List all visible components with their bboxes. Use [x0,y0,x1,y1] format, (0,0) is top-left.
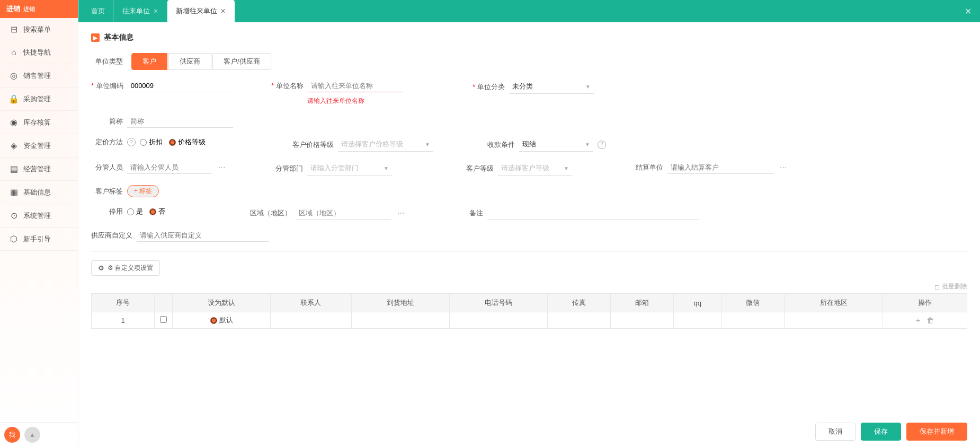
region-input[interactable] [296,207,391,220]
manager-row: 分管人员 ··· 分管部门 请输入分管部门 ▼ 客户等级 请选择客户等级 ▼ [91,161,967,176]
type-btn-customer[interactable]: 客户 [131,53,167,70]
unit-name-label: 单位名称 [271,81,304,91]
pricing-option-discount[interactable]: 折扣 [140,137,163,147]
tab-partner-list[interactable]: 往来单位 ✕ [114,0,167,22]
sidebar: 进销 进销 ⊟ 搜索菜单 ⌂ 快捷导航 ◎ 销售管理 🔒 采购管理 ◉ 库存核算… [0,0,78,447]
sidebar-item-inventory[interactable]: ◉ 库存核算 [0,111,78,134]
pricing-radio-discount[interactable] [140,139,147,146]
sidebar-item-finance[interactable]: ◈ 资金管理 [0,134,78,157]
sidebar-item-quick-nav[interactable]: ⌂ 快捷导航 [0,41,78,64]
type-btn-supplier[interactable]: 供应商 [168,53,211,70]
unit-category-select[interactable]: 未分类 ▼ [509,80,594,94]
add-tag-button[interactable]: + 标签 [127,185,159,197]
cell-check[interactable] [155,312,173,329]
tab-add-partner[interactable]: 新增往来单位 ✕ [167,0,235,22]
table-row: 1 默认 [92,312,967,329]
sidebar-item-system[interactable]: ⊙ 系统管理 [0,204,78,227]
sidebar-item-sales[interactable]: ◎ 销售管理 [0,64,78,87]
customer-level-group: 客户等级 请选择客户等级 ▼ [462,161,631,176]
department-select[interactable]: 请输入分管部门 ▼ [307,161,392,176]
type-btn-both[interactable]: 客户/供应商 [212,53,271,70]
payment-terms-value: 现结 [522,139,585,149]
user-avatar[interactable]: 我 [4,427,20,443]
region-more-btn[interactable]: ··· [395,208,406,218]
pricing-radio-level[interactable] [169,139,176,146]
search-menu-icon: ⊟ [8,24,19,34]
unit-name-input[interactable] [308,80,403,92]
disabled-option-no[interactable]: 否 [149,207,165,216]
pricing-help-icon[interactable]: ? [127,138,136,146]
disabled-radio-no[interactable] [149,208,156,215]
unit-type-group: 单位类型 客户 供应商 客户/供应商 [91,53,967,70]
close-all-tabs[interactable]: ✕ [960,6,976,16]
row-checkbox[interactable] [160,316,167,323]
customer-tag-label: 客户标签 [91,187,123,196]
table-header-row: 序号 设为默认 联系人 到货地址 电话号码 传真 邮箱 qq 微信 所在地区 操… [92,294,967,312]
manager-more-btn[interactable]: ··· [216,163,227,172]
supplier-custom-input[interactable] [137,229,269,242]
remarks-input[interactable] [487,207,699,220]
col-actions: 操作 [883,294,967,312]
cell-row-actions: + 🗑 [883,312,967,329]
settlement-unit-input[interactable] [667,161,773,174]
form-divider [91,251,967,252]
pricing-option-level[interactable]: 价格等级 [169,137,206,147]
cell-region [785,312,883,329]
abbr-input[interactable] [127,115,233,128]
delete-row-btn[interactable]: 🗑 [924,316,936,325]
abbr-row: 简称 [91,115,967,128]
unit-code-input[interactable] [128,80,234,92]
row-default-radio[interactable]: 默认 [178,315,265,325]
customer-level-select[interactable]: 请选择客户等级 ▼ [498,161,572,176]
col-check [155,294,173,312]
settlement-unit-more-btn[interactable]: ··· [778,163,789,172]
disabled-label: 停用 [91,207,123,216]
sidebar-item-operations[interactable]: ▤ 经营管理 [0,157,78,181]
unit-code-label: 单位编码 [91,81,123,91]
pricing-method-group: 定价方法 ? 折扣 价格等级 [91,137,292,147]
manager-input[interactable] [127,161,212,174]
col-wechat: 微信 [721,294,785,312]
unit-category-group: 单位分类 未分类 ▼ [473,80,663,94]
finance-icon: ◈ [8,141,19,151]
payment-terms-select[interactable]: 现结 ▼ [519,137,593,152]
notification-icon[interactable]: ▲ [24,427,40,443]
unit-type-label: 单位类型 [91,57,123,66]
col-default: 设为默认 [173,294,271,312]
col-address: 到货地址 [351,294,449,312]
customer-price-level-select[interactable]: 请选择客户价格等级 ▼ [338,137,433,152]
save-button[interactable]: 保存 [861,423,901,441]
department-placeholder: 请输入分管部门 [310,163,384,173]
default-radio-input[interactable] [210,317,217,324]
settlement-unit-label: 结算单位 [631,163,663,172]
col-fax: 传真 [547,294,610,312]
disabled-option-yes[interactable]: 是 [127,207,143,216]
sidebar-item-new-guide[interactable]: ⬡ 新手引导 [0,227,78,251]
disabled-radio-yes[interactable] [127,208,134,215]
disabled-group: 停用 是 否 [91,207,250,216]
tab-bar: 首页 往来单位 ✕ 新增往来单位 ✕ ✕ [78,0,980,22]
sidebar-item-purchase[interactable]: 🔒 采购管理 [0,87,78,111]
new-guide-icon: ⬡ [8,234,19,244]
cancel-button[interactable]: 取消 [815,423,856,441]
sidebar-item-basic-info[interactable]: ▦ 基础信息 [0,181,78,204]
customer-level-arrow: ▼ [564,165,569,171]
add-row-btn[interactable]: + [914,316,922,325]
tab-add-partner-close[interactable]: ✕ [220,7,226,15]
batch-delete-btn[interactable]: 批量删除 [942,282,967,291]
customer-price-level-placeholder: 请选择客户价格等级 [341,139,425,149]
tab-partner-list-close[interactable]: ✕ [153,7,158,15]
custom-settings-button[interactable]: ⚙ ⚙ 自定义项设置 [91,260,160,276]
payment-terms-help-icon[interactable]: ? [598,141,606,149]
sidebar-item-search-menu[interactable]: ⊟ 搜索菜单 [0,18,78,41]
customer-price-level-group: 客户价格等级 请选择客户价格等级 ▼ [292,137,483,152]
sales-icon: ◎ [8,71,19,81]
unit-name-error: 请输入往来单位名称 [307,97,364,104]
unit-type-buttons: 客户 供应商 客户/供应商 [131,53,271,70]
supplier-custom-group: 供应商自定义 [91,229,967,242]
tab-home[interactable]: 首页 [83,0,114,22]
save-and-new-button[interactable]: 保存并新增 [906,423,967,441]
unit-code-group: 单位编码 [91,80,271,92]
col-phone: 电话号码 [449,294,547,312]
home-icon: ⌂ [8,48,19,57]
